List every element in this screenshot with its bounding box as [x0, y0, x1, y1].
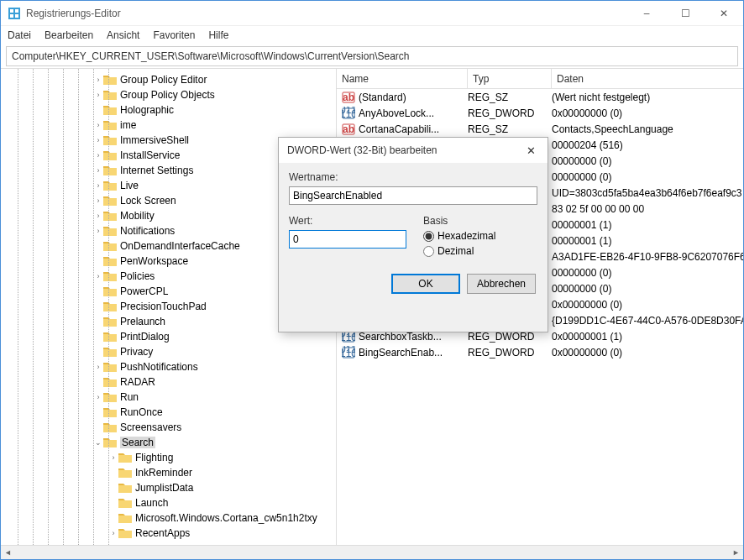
radio-hex[interactable] — [423, 231, 434, 242]
tree-item[interactable]: Holographic — [1, 102, 336, 118]
folder-icon — [103, 255, 117, 267]
tree-item-label: Microsoft.Windows.Cortana_cw5n1h2txy — [135, 512, 317, 524]
cell-data: 00000204 (516) — [552, 139, 743, 151]
folder-icon — [103, 285, 117, 297]
tree-item[interactable]: RunOnce — [1, 405, 336, 420]
titlebar[interactable]: Registrierungs-Editor – ☐ ✕ — [1, 1, 743, 26]
col-name[interactable]: Name — [337, 69, 468, 88]
menu-edit[interactable]: Bearbeiten — [45, 29, 93, 41]
tree-item[interactable]: ›RecentApps — [1, 526, 336, 541]
ok-button[interactable]: OK — [391, 274, 460, 294]
expand-icon[interactable]: › — [93, 181, 103, 190]
expand-icon[interactable]: › — [108, 529, 118, 537]
tree-item[interactable]: ›Group Policy Objects — [1, 87, 336, 102]
cell-name: (Standard) — [359, 92, 468, 103]
list-row[interactable]: AnyAboveLock...REG_DWORD0x00000000 (0) — [337, 105, 743, 121]
menu-help[interactable]: Hilfe — [208, 29, 228, 41]
list-row[interactable]: BingSearchEnab...REG_DWORD0x00000000 (0) — [337, 344, 743, 360]
tree-item-label: Lock Screen — [120, 195, 176, 207]
maximize-button[interactable]: ☐ — [666, 1, 705, 26]
list-row[interactable]: (Standard)REG_SZ(Wert nicht festgelegt) — [337, 89, 743, 105]
cell-data: 00000000 (0) — [552, 155, 743, 167]
minimize-button[interactable]: – — [627, 1, 666, 26]
folder-icon — [103, 270, 117, 282]
menu-favorites[interactable]: Favoriten — [153, 29, 195, 41]
expand-icon[interactable]: › — [93, 166, 103, 175]
tree-item[interactable]: Privacy — [1, 344, 336, 359]
dialog-close-button[interactable]: ✕ — [514, 138, 548, 163]
folder-icon — [118, 512, 132, 524]
scroll-right-icon[interactable]: ► — [729, 546, 743, 560]
tree-item-label: PowerCPL — [120, 285, 168, 297]
tree-item[interactable]: ›Group Policy Editor — [1, 72, 336, 87]
scroll-left-icon[interactable]: ◄ — [1, 546, 15, 560]
tree-item-label: PrintDialog — [120, 331, 170, 343]
value-data-input[interactable] — [289, 230, 406, 249]
tree-item[interactable]: ›ime — [1, 118, 336, 133]
cancel-button[interactable]: Abbrechen — [467, 274, 536, 294]
expand-icon[interactable]: ⌄ — [93, 438, 103, 447]
cell-type: REG_DWORD — [468, 347, 552, 359]
tree-item[interactable]: RADAR — [1, 374, 336, 390]
tree-item[interactable]: ›Run — [1, 390, 336, 405]
folder-icon — [103, 104, 117, 116]
expand-icon[interactable]: › — [93, 136, 103, 144]
tree-item[interactable]: InkReminder — [1, 465, 336, 480]
tree-item-label: Launch — [135, 497, 168, 509]
col-type[interactable]: Typ — [468, 69, 552, 88]
cell-data: 00000000 (0) — [552, 171, 743, 183]
folder-icon — [118, 527, 132, 539]
expand-icon[interactable]: › — [93, 212, 103, 220]
tree-item[interactable]: ›Flighting — [1, 450, 336, 465]
folder-icon — [103, 346, 117, 358]
tree-item[interactable]: JumplistData — [1, 480, 336, 495]
tree-item[interactable]: ⌄Search — [1, 435, 336, 450]
value-name-label: Wertname: — [289, 171, 537, 183]
tree-item-label: PenWorkspace — [120, 255, 188, 267]
cell-data: (Wert nicht festgelegt) — [552, 92, 743, 103]
folder-icon — [103, 406, 117, 418]
expand-icon[interactable]: › — [93, 121, 103, 129]
scrollbar-horizontal[interactable]: ◄ ► — [1, 545, 743, 559]
tree-item-label: Privacy — [120, 346, 153, 358]
radio-dec[interactable] — [423, 246, 434, 257]
edit-dword-dialog: DWORD-Wert (32-Bit) bearbeiten ✕ Wertnam… — [278, 137, 548, 332]
tree-item-label: Notifications — [120, 225, 175, 237]
expand-icon[interactable]: › — [93, 272, 103, 280]
radio-dec-label: Dezimal — [437, 245, 474, 257]
cell-data: 0x00000000 (0) — [552, 347, 743, 359]
expand-icon[interactable]: › — [93, 76, 103, 84]
list-row[interactable]: CortanaCapabili...REG_SZContacts,SpeechL… — [337, 121, 743, 137]
expand-icon[interactable]: › — [93, 151, 103, 160]
tree-item-label: RecentApps — [135, 527, 190, 539]
expand-icon[interactable]: › — [93, 227, 103, 235]
cell-name: BingSearchEnab... — [359, 347, 468, 359]
tree-item[interactable]: Microsoft.Windows.Cortana_cw5n1h2txy — [1, 510, 336, 526]
expand-icon[interactable]: › — [108, 453, 118, 462]
cell-data: UID=3803cd5fa5ba4ea3b64f6eb7f6eaf9c3 — [552, 187, 743, 199]
list-header[interactable]: Name Typ Daten — [337, 69, 743, 89]
dialog-titlebar[interactable]: DWORD-Wert (32-Bit) bearbeiten ✕ — [279, 138, 548, 163]
tree-item[interactable]: ›PushNotifications — [1, 359, 336, 374]
tree-item-label: Group Policy Objects — [120, 89, 215, 101]
tree-item[interactable]: Screensavers — [1, 420, 336, 435]
value-name-input[interactable] — [289, 186, 537, 205]
menu-file[interactable]: Datei — [8, 29, 31, 41]
col-data[interactable]: Daten — [552, 69, 743, 88]
menu-view[interactable]: Ansicht — [107, 29, 139, 41]
close-button[interactable]: ✕ — [705, 1, 743, 26]
tree-item-label: Internet Settings — [120, 165, 193, 176]
expand-icon[interactable]: › — [93, 363, 103, 371]
expand-icon[interactable]: › — [93, 393, 103, 401]
expand-icon[interactable]: › — [93, 196, 103, 205]
folder-icon — [103, 421, 117, 433]
tree-item[interactable]: Launch — [1, 495, 336, 510]
folder-icon — [103, 240, 117, 252]
address-bar[interactable]: Computer\HKEY_CURRENT_USER\Software\Micr… — [6, 46, 738, 66]
cell-data: 00000001 (1) — [552, 235, 743, 247]
tree-item-label: ime — [120, 119, 136, 131]
tree-item-label: Live — [120, 180, 139, 191]
radio-hex-label: Hexadezimal — [437, 230, 495, 242]
reg-dword-icon — [342, 346, 355, 359]
expand-icon[interactable]: › — [93, 91, 103, 99]
